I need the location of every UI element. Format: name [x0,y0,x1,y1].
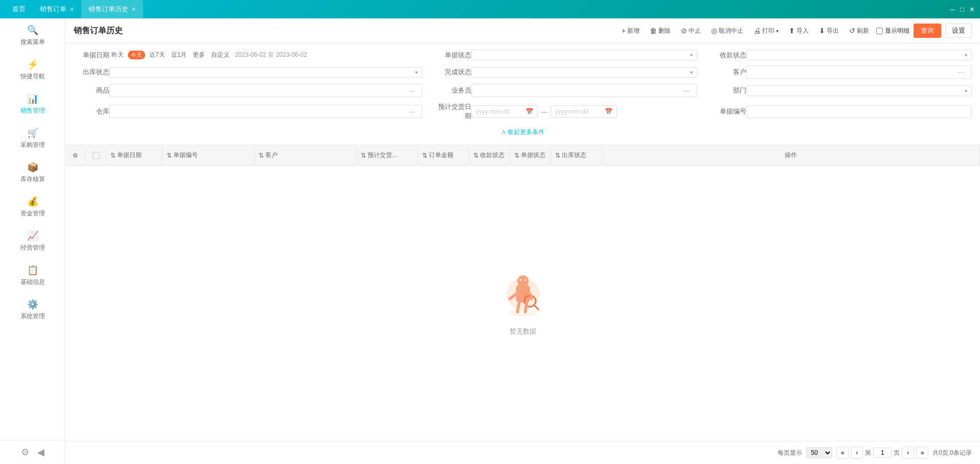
show-detail-check[interactable]: 显示明细 [876,27,909,35]
pagination-nav: « ‹ 第 页 › » [836,447,928,459]
refresh-icon: ↺ [849,27,855,35]
basic-icon: 📋 [27,264,38,276]
select-all-checkbox[interactable] [93,152,100,159]
management-icon: 📈 [27,230,38,241]
sort-icon-number[interactable]: ⇅ [167,152,172,159]
first-page-btn[interactable]: « [836,447,849,459]
date-btn-7days[interactable]: 近7天 [147,50,167,60]
sort-icon-delivery[interactable]: ⇅ [361,152,366,159]
bill-status-select[interactable]: ▾ [471,50,697,60]
close-btn[interactable]: ✕ [969,6,975,13]
complete-status-select[interactable]: ▾ [471,67,697,78]
tab-sales-order-history[interactable]: 销售订单历史 ✕ [81,0,143,18]
next-page-btn[interactable]: › [902,447,914,459]
last-page-btn[interactable]: » [916,447,928,459]
date-btn-more[interactable]: 更多 [191,50,207,60]
sidebar-item-search[interactable]: 🔍 搜索菜单 [0,18,65,53]
collapse-filter-btn[interactable]: ∧ 收起更多条件 [74,126,972,139]
sidebar-item-label: 经营管理 [20,244,45,252]
maximize-btn[interactable]: □ [960,6,964,13]
goods-select-btn[interactable]: ··· [405,86,418,95]
delivery-date-from[interactable]: yyyy-mm-dd 📅 [471,105,538,118]
refresh-button[interactable]: ↺ 刷新 [846,25,872,37]
warehouse-select-btn[interactable]: ··· [405,107,418,116]
th-amount: ⇅ 订单金额 [418,146,469,165]
footer-pagination: 每页显示 50 20 100 200 « ‹ 第 页 › » 共0页,0条记录 [65,441,980,464]
sidebar-item-purchase[interactable]: 🛒 采购管理 [0,121,65,156]
bill-no-input[interactable] [751,108,968,116]
show-detail-checkbox[interactable] [876,28,883,34]
out-status-select[interactable]: ▾ [109,67,422,78]
empty-figure-icon [495,271,551,327]
th-number: ⇅ 单据编号 [163,146,255,165]
date-btn-yesterday[interactable]: 昨天 [109,50,126,60]
sort-icon-bill[interactable]: ⇅ [514,152,519,159]
tab-sales-order-history-close[interactable]: ✕ [131,6,136,13]
filter-area: 单据日期 昨天 今天 近7天 近1月 更多 自定义 2023-06-02 至 2… [65,43,980,145]
import-button[interactable]: ⬆ 导入 [786,25,812,37]
date-btn-today[interactable]: 今天 [128,51,145,59]
stop-button[interactable]: ⊘ 中止 [678,25,704,37]
calendar-from-icon[interactable]: 📅 [526,108,533,115]
svg-point-1 [509,309,537,317]
dept-label: 部门 [711,86,746,95]
payment-status-select[interactable]: ▾ [746,50,972,60]
cancel-stop-button[interactable]: ◎ 取消中止 [708,25,746,37]
sales-icon: 📊 [27,93,38,104]
add-icon: + [622,27,626,35]
th-customer: ⇅ 客户 [255,146,357,165]
sort-icon-date[interactable]: ⇅ [110,152,116,159]
date-btn-custom[interactable]: 自定义 [209,50,232,60]
calendar-to-icon[interactable]: 📅 [605,108,612,115]
th-checkbox[interactable] [86,147,106,164]
delete-button[interactable]: 🗑 删除 [647,25,674,37]
th-operation: 操作 [602,146,980,165]
sidebar-item-finance[interactable]: 💰 资金管理 [0,190,65,224]
th-date: ⇅ 单据日期 [106,146,163,165]
settings-gear-icon[interactable]: ⚙ [21,447,29,458]
customer-select-btn[interactable]: ··· [955,68,967,76]
tab-sales-order[interactable]: 销售订单 ✕ [33,0,81,18]
tab-sales-order-close[interactable]: ✕ [70,6,74,13]
tab-home[interactable]: 首页 [5,0,33,18]
payment-status-arrow-icon: ▾ [965,52,967,58]
sort-icon-payment[interactable]: ⇅ [473,152,478,159]
print-button[interactable]: 🖨 打印 ▾ [750,25,782,37]
date-filter-label: 单据日期 [74,51,109,60]
prev-page-btn[interactable]: ‹ [851,447,863,459]
delivery-date-to[interactable]: yyyy-mm-dd 📅 [551,105,617,118]
delete-icon: 🗑 [650,27,657,35]
th-delivery: ⇅ 预计交货... [357,146,418,165]
query-button[interactable]: 查询 [914,24,941,38]
sidebar-item-management[interactable]: 📈 经营管理 [0,224,65,258]
th-settings[interactable]: ⚙ [65,147,86,164]
bill-no-label: 单据编号 [711,107,746,116]
add-button[interactable]: + 新增 [619,25,643,37]
date-range-display: 2023-06-02 至 2023-06-02 [235,51,307,59]
sidebar-item-nav[interactable]: ⚡ 快捷导航 [0,53,65,87]
sidebar-item-system[interactable]: ⚙️ 系统管理 [0,293,65,327]
svg-line-7 [534,305,538,310]
sidebar-item-inventory[interactable]: 📦 库存核算 [0,156,65,190]
sidebar-item-sales[interactable]: 📊 销售管理 [0,87,65,121]
sales-select-btn[interactable]: ··· [680,86,693,95]
page-title: 销售订单历史 [74,26,123,36]
settings-button[interactable]: 设置 [945,24,972,38]
total-records: 共0页,0条记录 [932,449,972,457]
svg-point-5 [524,279,526,281]
sort-icon-customer[interactable]: ⇅ [259,152,264,159]
page-size-select[interactable]: 50 20 100 200 [806,447,832,458]
sort-icon-out[interactable]: ⇅ [555,152,560,159]
svg-point-4 [519,279,521,281]
page-input[interactable] [873,448,892,458]
table-header: ⚙ ⇅ 单据日期 ⇅ 单据编号 ⇅ 客户 ⇅ [65,145,980,166]
sidebar-item-basic[interactable]: 📋 基础信息 [0,258,65,293]
sort-icon-amount[interactable]: ⇅ [422,152,427,159]
dept-select[interactable]: ▾ [746,85,972,96]
payment-status-label: 收款状态 [711,51,746,60]
date-btn-1month[interactable]: 近1月 [169,50,189,60]
export-button[interactable]: ⬇ 导出 [816,25,842,37]
sidebar-collapse-icon[interactable]: ◀ [37,447,44,458]
import-icon: ⬆ [789,27,795,35]
minimize-btn[interactable]: ─ [950,6,955,13]
